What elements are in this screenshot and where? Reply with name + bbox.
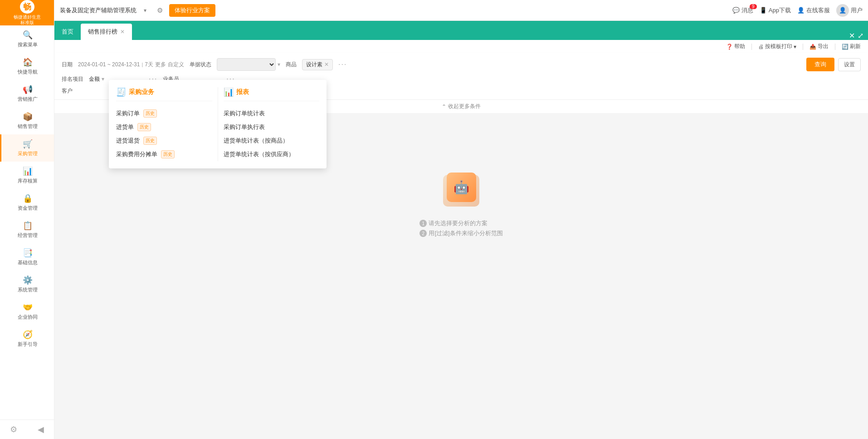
sidebar-collapse-btn[interactable]: ◀: [38, 424, 44, 434]
print-icon: 🖨: [758, 44, 764, 50]
date-label: 日期: [62, 61, 73, 69]
template-print-btn[interactable]: 🖨 按模板打印 ▾: [758, 43, 796, 50]
report-item-label-0: 采购订单统计表: [224, 109, 265, 118]
industry-btn[interactable]: 体验行业方案: [169, 4, 215, 17]
empty-text: 1 请先选择要分析的方案 2 用[过滤]条件来缩小分析范围: [419, 219, 502, 237]
sidebar-label-basic: 基础信息: [18, 259, 38, 266]
sidebar-settings-btn[interactable]: ⚙: [10, 424, 17, 434]
service-icon: 👤: [797, 7, 805, 14]
empty-step-2: 2 用[过滤]条件来缩小分析范围: [419, 229, 502, 237]
purchase-col-icon: 🧾: [116, 87, 126, 97]
template-print-label: 按模板打印: [765, 43, 792, 50]
report-col-title: 📊 报表: [224, 87, 320, 101]
settings-gear-icon[interactable]: ⚙: [154, 5, 166, 16]
sidebar-label-newbie: 新手引导: [18, 341, 38, 348]
sidebar-icon-sales: 📦: [23, 112, 33, 122]
purchase-col-title: 🧾 采购业务: [116, 87, 212, 101]
sidebar-item-operation[interactable]: 📋 经营管理: [0, 216, 54, 243]
sidebar-item-newbie[interactable]: 🧭 新手引导: [0, 325, 54, 352]
hist-badge-2: 历史: [143, 137, 157, 145]
mobile-icon: 📱: [760, 7, 767, 14]
purchase-item-1[interactable]: 进货单 历史: [116, 120, 212, 134]
tab-close-icon[interactable]: ✕: [120, 29, 125, 35]
help-btn[interactable]: ❓ 帮助: [726, 43, 745, 50]
report-item-label-1: 采购订单执行表: [224, 123, 265, 131]
hist-badge-3: 历史: [161, 150, 175, 158]
report-item-0[interactable]: 采购订单统计表: [224, 107, 320, 120]
sidebar-item-marketing[interactable]: 📢 营销推广: [0, 80, 54, 107]
refresh-icon: 🔄: [842, 44, 848, 50]
tab-home[interactable]: 首页: [54, 24, 81, 40]
sidebar-item-basic[interactable]: 📑 基础信息: [0, 243, 54, 271]
sidebar-item-system[interactable]: ⚙️ 系统管理: [0, 271, 54, 298]
collapse-text: 收起更多条件: [448, 103, 481, 110]
tabs-right: ✕ ⤢: [844, 31, 868, 40]
divider-3: [835, 44, 835, 50]
sidebar-label-search: 搜索菜单: [18, 41, 38, 48]
sidebar-label-enterprise: 企业协同: [18, 314, 38, 321]
sidebar-label-finance: 资金管理: [18, 205, 38, 212]
tab-maximize-icon[interactable]: ⤢: [858, 31, 863, 40]
system-dropdown-btn[interactable]: ▾: [140, 5, 150, 15]
status-label: 单据状态: [190, 61, 211, 69]
sidebar-icon-newbie: 🧭: [23, 330, 33, 340]
sidebar: 畅 畅捷通好生意 标准版 🔍 搜索菜单 🏠 快捷导航 📢 营销推广 📦 销售管理…: [0, 0, 54, 439]
refresh-btn[interactable]: 🔄 刷新: [842, 43, 861, 50]
app-download-label: App下载: [769, 6, 791, 15]
date-quick-7d[interactable]: 7天: [145, 61, 153, 69]
app-download-btn[interactable]: 📱 App下载: [760, 6, 791, 15]
print-dropdown-icon: ▾: [794, 44, 796, 50]
date-quick-custom[interactable]: 自定义: [168, 61, 184, 69]
system-title: 装备及固定资产辅助管理系统: [60, 6, 137, 15]
tab-close-window-icon[interactable]: ✕: [849, 31, 855, 40]
online-service-label: 在线客服: [806, 6, 830, 15]
setting-btn[interactable]: 设置: [838, 58, 861, 71]
report-col-title-label: 报表: [236, 88, 249, 96]
sidebar-item-search[interactable]: 🔍 搜索菜单: [0, 25, 54, 53]
report-item-2[interactable]: 进货单统计表（按商品）: [224, 134, 320, 148]
report-item-label-2: 进货单统计表（按商品）: [224, 137, 288, 145]
tabs-bar: 首页 销售排行榜 ✕ ✕ ⤢: [54, 21, 868, 40]
sidebar-icon-operation: 📋: [23, 221, 33, 231]
goods-tag: 设计素 ✕: [302, 59, 333, 70]
sidebar-item-enterprise[interactable]: 🤝 企业协同: [0, 298, 54, 325]
collapse-icon: ⌃: [442, 104, 446, 110]
report-col-icon: 📊: [224, 87, 234, 97]
rank-label: 排名项目: [62, 75, 83, 83]
sidebar-item-sales[interactable]: 📦 销售管理: [0, 107, 54, 134]
filter-actions: 查询 设置: [806, 58, 861, 71]
status-select[interactable]: [217, 58, 276, 71]
sidebar-bottom: ⚙ ◀: [0, 419, 54, 439]
sidebar-icon-marketing: 📢: [23, 84, 33, 94]
sidebar-item-quicknav[interactable]: 🏠 快捷导航: [0, 53, 54, 80]
tab-sales-rank[interactable]: 销售排行榜 ✕: [81, 24, 132, 40]
report-item-1[interactable]: 采购订单执行表: [224, 120, 320, 134]
dropdown-report-col: 📊 报表 采购订单统计表采购订单执行表进货单统计表（按商品）进货单统计表（按供应…: [224, 87, 320, 161]
goods-more-dots[interactable]: ···: [338, 60, 347, 69]
export-btn[interactable]: 📤 导出: [809, 43, 829, 50]
topbar-right: 💬 消息 9 📱 App下载 👤 在线客服 👤 用户: [732, 4, 863, 17]
purchase-item-3[interactable]: 采购费用分摊单 历史: [116, 148, 212, 161]
goods-tag-close[interactable]: ✕: [324, 61, 329, 68]
purchase-item-2[interactable]: 进货退货 历史: [116, 134, 212, 148]
step-1-text: 请先选择要分析的方案: [429, 219, 488, 227]
sidebar-item-inventory[interactable]: 📊 库存核算: [0, 162, 54, 189]
sidebar-item-purchase[interactable]: 🛒 采购管理: [0, 134, 54, 162]
goods-tag-label: 设计素: [306, 61, 322, 69]
online-service-btn[interactable]: 👤 在线客服: [797, 6, 830, 15]
sidebar-icon-finance: 🔒: [23, 193, 33, 203]
date-quick-more[interactable]: 更多: [155, 61, 166, 69]
sidebar-icon-basic: 📑: [23, 248, 33, 258]
step-2-text: 用[过滤]条件来缩小分析范围: [429, 229, 502, 237]
step-2-num: 2: [419, 230, 427, 237]
dropdown-purchase-col: 🧾 采购业务 采购订单 历史 进货单 历史 进货退货 历史 采购费用分摊单 历史: [116, 87, 212, 161]
main-area: 装备及固定资产辅助管理系统 ▾ ⚙ 体验行业方案 💬 消息 9 📱 App下载 …: [54, 0, 868, 439]
purchase-item-0[interactable]: 采购订单 历史: [116, 107, 212, 120]
date-range-val: 2024-01-01 ~ 2024-12-31: [78, 61, 140, 68]
user-avatar-btn[interactable]: 👤 用户: [836, 4, 863, 17]
message-btn[interactable]: 💬 消息 9: [732, 6, 753, 15]
report-item-3[interactable]: 进货单统计表（按供应商）: [224, 148, 320, 161]
sidebar-item-finance[interactable]: 🔒 资金管理: [0, 189, 54, 216]
empty-step-1: 1 请先选择要分析的方案: [419, 219, 488, 227]
query-btn[interactable]: 查询: [806, 58, 834, 71]
